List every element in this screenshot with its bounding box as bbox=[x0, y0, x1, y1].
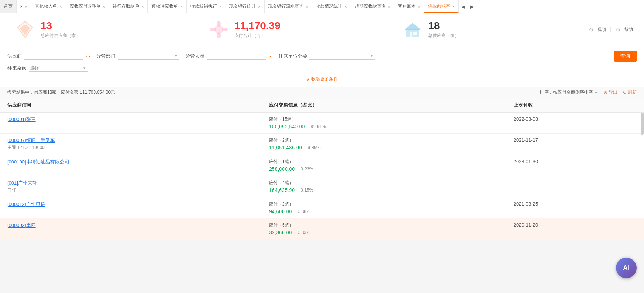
close-collection-stats-icon[interactable]: × bbox=[344, 4, 347, 9]
last-date-cell-0: 2022-08-08 bbox=[506, 113, 640, 134]
table-row: [000002]李四应付（5笔）32,366.000.03%2020-11-20 bbox=[0, 218, 644, 239]
dept-label: 分管部门 bbox=[96, 53, 115, 59]
person-label: 分管人员 bbox=[185, 53, 204, 59]
scrollbar-cell-3 bbox=[640, 176, 644, 197]
category-dropdown-icon[interactable]: ▼ bbox=[368, 54, 375, 58]
table-row: [000007]恒旺二手叉车王通 17106110000应付（2笔）11,051… bbox=[0, 134, 644, 155]
nav-tab-overdue-query[interactable]: 超期应收款查询 × bbox=[351, 0, 394, 13]
percent-0: 89.61% bbox=[311, 124, 326, 129]
table-row: [000012]广州贝瑞应付（2笔）94,600.000.08%2021-03-… bbox=[0, 197, 644, 218]
percent-3: 0.15% bbox=[301, 187, 313, 193]
total-supplier-label: 总供应商（家） bbox=[428, 32, 459, 39]
close-tab-3-icon[interactable]: × bbox=[25, 4, 27, 9]
svg-point-7 bbox=[222, 28, 228, 31]
tx-label-1: 应付（2笔） bbox=[269, 137, 499, 144]
nav-tab-collection-verify[interactable]: 收款核销执行 × bbox=[187, 0, 225, 13]
scrollbar-cell-0 bbox=[640, 113, 644, 134]
nav-tab-bank-deposit[interactable]: 银行存取款单 × bbox=[109, 0, 148, 13]
supplier-sub-1: 王通 17106110000 bbox=[7, 145, 254, 151]
close-supplier-account-icon[interactable]: × bbox=[452, 4, 455, 8]
close-collection-verify-icon[interactable]: × bbox=[219, 4, 221, 9]
supplier-input[interactable] bbox=[24, 53, 83, 60]
balance-select-wrap: ▼ bbox=[29, 65, 88, 72]
supplier-link-5[interactable]: [000002]李四 bbox=[7, 223, 36, 228]
supplier-cell-1: [000007]恒旺二手叉车王通 17106110000 bbox=[0, 134, 262, 155]
close-other-income-icon[interactable]: × bbox=[59, 4, 62, 9]
help-link[interactable]: 帮助 bbox=[624, 27, 633, 33]
last-date-cell-5: 2020-11-20 bbox=[506, 218, 640, 239]
query-button[interactable]: 查询 bbox=[614, 51, 637, 62]
video-link[interactable]: 视频 bbox=[597, 27, 606, 33]
close-overdue-query-icon[interactable]: × bbox=[388, 4, 390, 9]
collapse-arrow-icon: ∧ bbox=[307, 77, 310, 82]
person-input[interactable] bbox=[207, 53, 266, 60]
payable-total-label: 应付合计（万） bbox=[234, 32, 280, 39]
percent-5: 0.03% bbox=[298, 230, 310, 235]
scrollbar-cell-2 bbox=[640, 155, 644, 176]
amount-4: 94,600.00 bbox=[269, 208, 292, 214]
tx-cell-5: 应付（5笔）32,366.000.03% bbox=[262, 218, 506, 239]
card2-content: 11,170.39 应付合计（万） bbox=[234, 20, 280, 39]
supplier-link-2[interactable]: [000100]本特勤油品有限公司 bbox=[7, 159, 69, 165]
nav-arrow-left[interactable]: ◀ bbox=[459, 0, 468, 13]
supplier-link-0[interactable]: [000001]张三 bbox=[7, 117, 36, 122]
nav-tab-cash-bank-stats[interactable]: 现金银行统计 × bbox=[225, 0, 264, 13]
right-actions: 排序：按应付余额倒序排序 ▼ ⊙ 导出 ↻ 刷新 bbox=[540, 89, 637, 96]
summary-section: 13 总应付供应商（家） 11,170.39 应付合计（万） bbox=[0, 13, 644, 46]
supplier-dots-icon[interactable]: ··· bbox=[86, 53, 90, 59]
card2-icon bbox=[209, 19, 229, 40]
data-table-wrap: 供应商信息 应付交易信息（占比） 上次付数 [000001]张三应付（15笔）1… bbox=[0, 98, 644, 239]
circle-icon: ⊙ bbox=[589, 27, 594, 32]
nav-tab-advance-collection[interactable]: 预收冲应收单 × bbox=[148, 0, 186, 13]
dept-dropdown-icon[interactable]: ▼ bbox=[173, 54, 179, 58]
scrollbar-thumb[interactable] bbox=[641, 113, 644, 135]
nav-tab-collection-stats[interactable]: 收款情况统计 × bbox=[312, 0, 351, 13]
supplier-filter: 供应商 ··· bbox=[7, 53, 90, 60]
export-button[interactable]: ⊙ 导出 bbox=[603, 89, 617, 96]
collapse-bar[interactable]: ∧ 收起更多条件 bbox=[7, 75, 637, 84]
nav-tab-cash-bank-flow[interactable]: 现金银行流水查询 × bbox=[265, 0, 312, 13]
nav-tab-home[interactable]: 首页 bbox=[0, 0, 17, 13]
close-cash-bank-stats-icon[interactable]: × bbox=[258, 4, 260, 9]
supplier-link-3[interactable]: [001]广州荣轩 bbox=[7, 180, 37, 186]
result-bar: 搜索结果中，供应商13家 应付金额 111,703,854.00元 排序：按应付… bbox=[0, 87, 644, 98]
person-dots-icon[interactable]: ··· bbox=[269, 53, 273, 59]
close-ap-adjust-icon[interactable]: × bbox=[103, 4, 105, 9]
close-customer-account-icon[interactable]: × bbox=[418, 4, 420, 9]
svg-point-4 bbox=[217, 21, 221, 27]
summary-card-payable-suppliers: 13 总应付供应商（家） bbox=[7, 19, 201, 40]
refresh-label: 刷新 bbox=[628, 89, 637, 96]
category-input[interactable] bbox=[309, 53, 368, 59]
close-advance-collection-icon[interactable]: × bbox=[180, 4, 182, 9]
nav-tab-customer-account[interactable]: 客户账本 × bbox=[394, 0, 424, 13]
col-tx-info: 应付交易信息（占比） bbox=[262, 98, 506, 113]
refresh-button[interactable]: ↻ 刷新 bbox=[623, 89, 637, 96]
total-supplier-count: 18 bbox=[428, 20, 459, 32]
filter-row-1: 供应商 ··· 分管部门 ▼ 分管人员 ··· 往来单位分类 ▼ 查询 bbox=[7, 51, 637, 62]
nav-tab-ap-adjust[interactable]: 应收应付调整单 × bbox=[66, 0, 109, 13]
tx-cell-4: 应付（2笔）94,600.000.08% bbox=[262, 197, 506, 218]
scrollbar-cell-5 bbox=[640, 218, 644, 239]
sort-select[interactable]: 排序：按应付余额倒序排序 ▼ bbox=[540, 89, 598, 96]
svg-rect-11 bbox=[413, 32, 417, 35]
svg-rect-10 bbox=[410, 32, 412, 37]
supplier-link-4[interactable]: [000012]广州贝瑞 bbox=[7, 201, 45, 207]
last-date-cell-3 bbox=[506, 176, 640, 197]
supplier-link-1[interactable]: [000007]恒旺二手叉车 bbox=[7, 138, 55, 143]
dept-input[interactable] bbox=[118, 53, 173, 59]
card1-content: 13 总应付供应商（家） bbox=[41, 20, 80, 39]
nav-arrow-right[interactable]: ▶ bbox=[468, 0, 476, 13]
nav-tab-3[interactable]: 3 × bbox=[17, 0, 31, 13]
close-cash-bank-flow-icon[interactable]: × bbox=[306, 4, 308, 9]
result-amount: 应付金额 111,703,854.00元 bbox=[61, 89, 115, 96]
nav-tab-other-income[interactable]: 其他收入单 × bbox=[31, 0, 66, 13]
balance-filter: 往来余额 ▼ bbox=[7, 65, 88, 72]
nav-tab-supplier-account[interactable]: 供应商账本 × bbox=[424, 0, 459, 13]
amount-5: 32,366.00 bbox=[269, 230, 292, 235]
close-bank-deposit-icon[interactable]: × bbox=[141, 4, 144, 9]
amount-3: 164,635.90 bbox=[269, 187, 295, 193]
svg-point-6 bbox=[210, 28, 216, 31]
amount-2: 258,000.00 bbox=[269, 166, 295, 172]
balance-dropdown-icon[interactable]: ▼ bbox=[81, 66, 88, 70]
balance-input[interactable] bbox=[29, 65, 81, 71]
